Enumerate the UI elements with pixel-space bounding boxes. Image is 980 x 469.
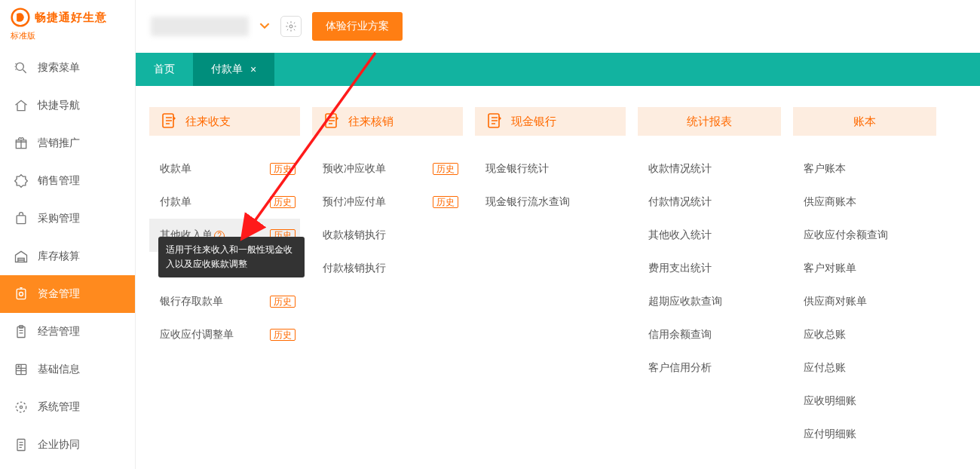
- menu-item-label: 信用余额查询: [648, 328, 712, 342]
- sidebar-item-label: 库存核算: [38, 250, 80, 263]
- menu-item[interactable]: 客户对账单: [793, 252, 936, 285]
- menu-item[interactable]: 供应商对账单: [793, 285, 936, 318]
- menu-item-label: 超期应收款查询: [648, 295, 722, 308]
- menu-group: 往来核销预收冲应收单历史预付冲应付单历史收款核销执行付款核销执行: [312, 107, 463, 451]
- sidebar-item-label: 基础信息: [38, 363, 80, 376]
- svg-rect-3: [17, 216, 26, 224]
- menu-item-label: 客户信用分析: [648, 361, 712, 375]
- menu-item[interactable]: 预收冲应收单历史: [312, 152, 463, 185]
- menu-item[interactable]: 应付明细账: [793, 418, 936, 451]
- group-title: 账本: [853, 115, 876, 129]
- group-list: 客户账本供应商账本应收应付余额查询客户对账单供应商对账单应收总账应付总账应收明细…: [793, 136, 936, 451]
- menu-item[interactable]: 信用余额查询: [638, 318, 781, 351]
- brand-subtitle: 标准版: [0, 30, 135, 46]
- menu-item-label: 银行存取款单: [160, 295, 223, 308]
- svg-point-5: [20, 293, 23, 296]
- group-header: 账本: [793, 107, 936, 136]
- sidebar-item-badge[interactable]: 销售管理: [0, 162, 135, 200]
- menu-item-label: 应收应付余额查询: [804, 228, 888, 242]
- tab-label: 首页: [154, 63, 175, 76]
- menu-item-label: 供应商对账单: [804, 295, 867, 308]
- sidebar-item-bag[interactable]: 采购管理: [0, 200, 135, 238]
- menu-item-label: 预付冲应付单: [323, 195, 386, 209]
- tab-0[interactable]: 首页: [136, 53, 193, 86]
- brand: 畅捷通好生意: [0, 0, 135, 30]
- menu-item[interactable]: 其他收入统计: [638, 219, 781, 252]
- sidebar-item-gift[interactable]: 营销推广: [0, 124, 135, 162]
- menu-item[interactable]: 付款情况统计: [638, 185, 781, 219]
- settings-button[interactable]: [280, 16, 302, 37]
- menu-item[interactable]: 应收应付余额查询: [793, 219, 936, 252]
- sidebar-item-search[interactable]: 搜索菜单: [0, 49, 135, 87]
- history-badge[interactable]: 历史: [270, 296, 296, 308]
- menu-item[interactable]: 应收总账: [793, 318, 936, 351]
- menu-item-label: 应收明细账: [804, 394, 856, 408]
- sidebar-item-label: 系统管理: [38, 400, 80, 414]
- home-icon: [14, 98, 29, 113]
- money-icon: [14, 287, 29, 302]
- menu-item[interactable]: 预付冲应付单历史: [312, 185, 463, 219]
- menu-item-label: 付款单: [160, 195, 191, 209]
- group-header: 现金银行: [475, 107, 626, 136]
- group-list: 现金银行统计现金银行流水查询: [475, 136, 626, 219]
- history-badge[interactable]: 历史: [270, 196, 296, 208]
- sidebar-item-label: 营销推广: [38, 136, 80, 150]
- note-icon: [14, 437, 29, 452]
- menu-item[interactable]: 应收明细账: [793, 385, 936, 418]
- group-title: 往来收支: [185, 115, 231, 129]
- sidebar-item-grid[interactable]: 基础信息: [0, 351, 135, 388]
- menu-item-label: 其他收入统计: [648, 228, 712, 242]
- menu-item-label: 供应商账本: [804, 195, 856, 209]
- menu-item[interactable]: 现金银行流水查询: [475, 185, 626, 219]
- industry-solution-button[interactable]: 体验行业方案: [312, 12, 403, 41]
- menu-item-label: 收款核销执行: [323, 228, 386, 242]
- menu-item[interactable]: 收款单历史: [149, 152, 300, 185]
- menu-item[interactable]: 银行存取款单历史: [149, 285, 300, 318]
- menu-item[interactable]: 现金银行统计: [475, 152, 626, 185]
- group-list: 收款情况统计付款情况统计其他收入统计费用支出统计超期应收款查询信用余额查询客户信…: [638, 136, 781, 385]
- clipboard-icon: [14, 324, 29, 339]
- tab-1[interactable]: 付款单×: [193, 53, 274, 86]
- sidebar-item-warehouse[interactable]: 库存核算: [0, 238, 135, 275]
- warehouse-icon: [14, 249, 29, 264]
- menu-item[interactable]: 付款单历史: [149, 185, 300, 219]
- menu-item[interactable]: 应收应付调整单历史: [149, 318, 300, 351]
- cog-dashed-icon: [14, 400, 29, 415]
- menu-item-label: 客户对账单: [804, 262, 856, 275]
- sidebar-item-cog-dashed[interactable]: 系统管理: [0, 388, 135, 426]
- menu-item[interactable]: 供应商账本: [793, 185, 936, 219]
- menu-item[interactable]: 超期应收款查询: [638, 285, 781, 318]
- gift-icon: [14, 136, 29, 151]
- group-title: 现金银行: [511, 115, 556, 129]
- sidebar-item-label: 资金管理: [38, 287, 80, 301]
- menu-item[interactable]: 应付总账: [793, 351, 936, 385]
- account-dropdown-caret-icon[interactable]: [259, 20, 270, 33]
- sidebar-item-note[interactable]: 企业协同: [0, 426, 135, 464]
- group-header: 往来收支: [149, 107, 300, 136]
- history-badge[interactable]: 历史: [433, 163, 458, 175]
- sidebar-item-money[interactable]: 资金管理: [0, 275, 135, 313]
- sidebar-item-home[interactable]: 快捷导航: [0, 87, 135, 124]
- svg-point-11: [20, 406, 22, 408]
- history-badge[interactable]: 历史: [270, 329, 296, 341]
- sidebar-item-clipboard[interactable]: 经营管理: [0, 313, 135, 351]
- group-header-icon: [160, 112, 178, 132]
- history-badge[interactable]: 历史: [270, 163, 296, 175]
- menu-item[interactable]: 付款核销执行: [312, 252, 463, 285]
- menu-group: 现金银行现金银行统计现金银行流水查询: [475, 107, 626, 451]
- account-selector-redacted[interactable]: [151, 17, 249, 36]
- menu-item[interactable]: 收款核销执行: [312, 219, 463, 252]
- tab-close-icon[interactable]: ×: [250, 63, 256, 75]
- menu-item[interactable]: 收款情况统计: [638, 152, 781, 185]
- menu-item[interactable]: 费用支出统计: [638, 252, 781, 285]
- sidebar-item-label: 快捷导航: [38, 99, 80, 112]
- history-badge[interactable]: 历史: [433, 196, 458, 208]
- menu-item[interactable]: 客户信用分析: [638, 351, 781, 385]
- group-header: 往来核销: [312, 107, 463, 136]
- sidebar: 畅捷通好生意 标准版 搜索菜单快捷导航营销推广销售管理采购管理库存核算资金管理经…: [0, 0, 136, 469]
- group-title: 统计报表: [687, 115, 732, 129]
- main-area: 体验行业方案 首页付款单× 往来收支收款单历史付款单历史其他收入单?历史费用支出…: [136, 0, 980, 469]
- search-icon: [14, 60, 29, 75]
- svg-point-10: [16, 402, 26, 412]
- menu-item[interactable]: 客户账本: [793, 152, 936, 185]
